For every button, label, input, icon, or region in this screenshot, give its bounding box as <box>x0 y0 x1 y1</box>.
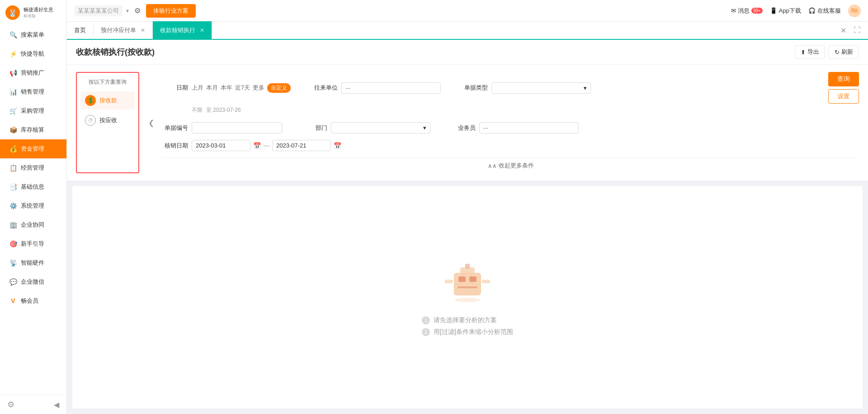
doc-type-select[interactable]: ▾ <box>491 82 591 94</box>
tab-prepay[interactable]: 预付冲应付单 ✕ <box>94 21 153 39</box>
shortcut-more[interactable]: 更多 <box>253 83 264 93</box>
filter-counterparty-field: 往来单位 ··· <box>311 82 441 94</box>
writeoff-start-input[interactable] <box>192 140 250 151</box>
message-icon: ✉ <box>731 7 736 14</box>
sidebar-item-system[interactable]: ⚙️ 系统管理 <box>0 196 66 215</box>
query-button[interactable]: 查询 <box>828 72 859 86</box>
salesperson-label: 业务员 <box>450 124 476 132</box>
sidebar-item-smart-hw[interactable]: 📡 智能硬件 <box>0 253 66 272</box>
collapse-more-button[interactable]: ∧∧ 收起更多条件 <box>163 157 859 173</box>
app-label: App下载 <box>779 7 801 15</box>
shortcut-this-year[interactable]: 本年 <box>221 83 232 93</box>
industry-solution-button[interactable]: 体验行业方案 <box>146 4 196 18</box>
export-icon: ⬆ <box>801 49 806 56</box>
filter-collapse-button[interactable]: ❮ <box>146 72 156 173</box>
message-button[interactable]: ✉ 消息 99+ <box>731 7 763 15</box>
shortcut-7days[interactable]: 近7天 <box>235 83 250 93</box>
page-title: 收款核销执行(按收款) <box>76 47 155 63</box>
dept-chevron-down-icon: ▾ <box>423 124 426 131</box>
svg-rect-2 <box>469 276 476 282</box>
filter-writeoff-date-field: 核销日期 📅 — 📅 <box>163 140 341 151</box>
page-header: 收款核销执行(按收款) ⬆ 导出 ↻ 刷新 <box>67 40 868 65</box>
receivable-icon: ⏱ <box>85 115 96 126</box>
sidebar-item-operations[interactable]: 📋 经营管理 <box>0 158 66 177</box>
shortcut-this-month[interactable]: 本月 <box>206 83 218 93</box>
writeoff-date-range: 📅 — 📅 <box>192 140 341 151</box>
sidebar-item-marketing[interactable]: 📢 营销推广 <box>0 63 66 82</box>
inventory-icon: 📦 <box>9 126 17 134</box>
sidebar-item-sales[interactable]: 📊 销售管理 <box>0 82 66 101</box>
sidebar-item-label: 系统管理 <box>21 202 44 210</box>
refresh-icon: ↻ <box>835 49 840 56</box>
shortcut-custom[interactable]: 自定义 <box>267 83 291 93</box>
date-range-subrow: 不限 至 2023-07-26 <box>163 106 859 114</box>
writeoff-start-cal-icon[interactable]: 📅 <box>253 142 261 149</box>
service-label: 在线客服 <box>817 7 841 15</box>
doc-no-input[interactable] <box>192 122 282 133</box>
content: 收款核销执行(按收款) ⬆ 导出 ↻ 刷新 按以下方案查询 💲 按收款 <box>67 40 868 414</box>
tab-prepay-label: 预付冲应付单 <box>101 26 136 34</box>
tab-receipt-exec-close-icon[interactable]: ✕ <box>200 27 204 33</box>
svg-rect-0 <box>454 273 481 295</box>
date-shortcuts: 上月 本月 本年 近7天 更多 自定义 <box>192 83 291 93</box>
tabbar-actions: ✕ ⛶ <box>839 24 868 37</box>
dept-select[interactable]: ▾ <box>331 122 430 133</box>
online-service-button[interactable]: 🎧 在线客服 <box>808 7 841 15</box>
member-icon: V <box>9 297 17 305</box>
tab-receipt-exec[interactable]: 收款核销执行 ✕ <box>153 21 212 39</box>
sidebar-item-funds[interactable]: 💰 资金管理 <box>0 139 66 158</box>
sidebar-item-inventory[interactable]: 📦 库存核算 <box>0 120 66 139</box>
empty-tip-1: 1 请先选择要分析的方案 <box>422 316 513 324</box>
topbar-dropdown-icon[interactable]: ▾ <box>126 8 129 14</box>
headset-icon: 🎧 <box>808 7 816 14</box>
settings-icon[interactable]: ⚙ <box>7 400 14 409</box>
tip-1-num: 1 <box>422 316 430 324</box>
shortcut-last-month[interactable]: 上月 <box>192 83 203 93</box>
empty-tip-2: 2 用[过滤]条件来缩小分析范围 <box>422 328 513 336</box>
counterparty-select[interactable]: ··· <box>341 82 441 94</box>
sidebar-item-quick-nav[interactable]: ⚡ 快捷导航 <box>0 44 66 63</box>
export-button[interactable]: ⬆ 导出 <box>795 45 825 59</box>
sidebar-item-purchase[interactable]: 🛒 采购管理 <box>0 101 66 120</box>
sidebar-item-beginner[interactable]: 🎯 新手引导 <box>0 234 66 253</box>
sidebar-item-wechat[interactable]: 💬 企业微信 <box>0 272 66 291</box>
tab-home[interactable]: 首页 <box>67 21 94 39</box>
sidebar-item-label: 智能硬件 <box>21 259 44 267</box>
filter-option-by-receipt[interactable]: 💲 按收款 <box>80 91 135 109</box>
beginner-icon: 🎯 <box>9 240 17 248</box>
marketing-icon: 📢 <box>9 69 17 77</box>
message-badge: 99+ <box>751 8 763 14</box>
svg-rect-3 <box>458 286 477 288</box>
filter-sidebar-title: 按以下方案查询 <box>80 78 135 86</box>
sidebar-item-search-menu[interactable]: 🔍 搜索菜单 <box>0 25 66 44</box>
topbar-gear-icon[interactable]: ⚙ <box>134 6 141 15</box>
message-label: 消息 <box>738 7 750 15</box>
logo-badge: 标准版 <box>24 13 53 19</box>
sidebar-item-enterprise[interactable]: 🏢 企业协同 <box>0 215 66 234</box>
sidebar-item-member[interactable]: V 畅会员 <box>0 291 66 310</box>
sidebar-item-base-info[interactable]: 📑 基础信息 <box>0 177 66 196</box>
writeoff-end-input[interactable] <box>272 140 331 151</box>
settings-button[interactable]: 设置 <box>828 89 859 104</box>
filter-option-by-receivable[interactable]: ⏱ 按应收 <box>80 111 135 129</box>
app-download-button[interactable]: 📱 App下载 <box>770 7 801 15</box>
topbar-logo-area: 某某某某某公司 ▾ <box>74 5 129 16</box>
tab-prepay-close-icon[interactable]: ✕ <box>141 27 145 33</box>
sidebar-item-label: 采购管理 <box>21 107 44 115</box>
writeoff-end-cal-icon[interactable]: 📅 <box>334 142 341 149</box>
sidebar-item-label: 资金管理 <box>21 145 44 153</box>
logo-text: 畅捷通好生意 <box>24 6 53 13</box>
tab-home-label: 首页 <box>74 26 86 34</box>
tab-receipt-exec-label: 收款核销执行 <box>160 26 195 34</box>
refresh-button[interactable]: ↻ 刷新 <box>829 45 859 59</box>
user-avatar[interactable]: Rit <box>848 5 861 17</box>
expand-tab-icon[interactable]: ⛶ <box>852 24 863 36</box>
salesperson-select[interactable]: ··· <box>479 122 579 133</box>
close-tab-icon[interactable]: ✕ <box>839 24 848 37</box>
phone-icon: 📱 <box>770 7 777 14</box>
collapse-sidebar-icon[interactable]: ◀ <box>54 400 59 409</box>
svg-rect-4 <box>460 267 475 274</box>
logo-icon: 🐰 <box>5 5 20 20</box>
filter-option-receivable-label: 按应收 <box>99 116 117 124</box>
svg-rect-7 <box>482 280 490 283</box>
